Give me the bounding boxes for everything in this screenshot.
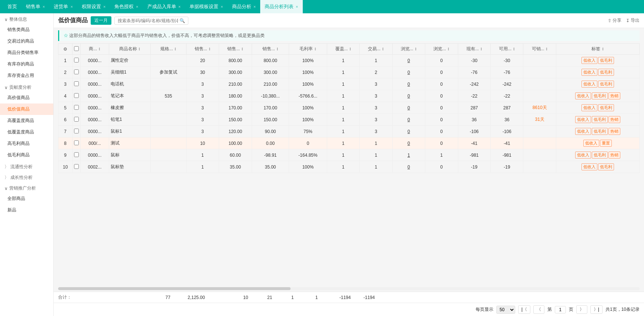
row-checkbox-7[interactable]	[74, 140, 79, 145]
row-browse1[interactable]: 1	[392, 149, 425, 161]
export-button[interactable]: ↧ 导出	[626, 17, 640, 24]
sidebar-group-contribution[interactable]: ∨ 贡献度分析	[0, 81, 53, 92]
col-amount-header[interactable]: 销售... ↕	[252, 44, 289, 55]
row-checkbox-9[interactable]	[74, 164, 79, 169]
row-browse1[interactable]: 0	[392, 55, 425, 67]
nav-home[interactable]: 首页	[3, 0, 21, 13]
col-browse1-header[interactable]: 浏览... ↕	[392, 44, 425, 55]
row-browse1[interactable]: 0	[392, 90, 425, 102]
col-saleable-header[interactable]: 可销... ↕	[523, 44, 556, 55]
col-stock-header[interactable]: 现有... ↕	[458, 44, 490, 55]
horizontal-scrollbar[interactable]	[58, 287, 640, 290]
row-check[interactable]	[72, 126, 80, 137]
row-check[interactable]	[72, 102, 80, 114]
browse1-link[interactable]: 0	[407, 58, 410, 63]
search-input[interactable]	[118, 18, 178, 23]
col-price-header[interactable]: 销售... ↕	[219, 44, 252, 55]
per-page-select[interactable]: 50 100 200	[496, 306, 515, 314]
close-template-icon[interactable]: ×	[221, 4, 223, 9]
row-check[interactable]	[72, 55, 80, 67]
nav-analysis-list[interactable]: 商品分析列表 ×	[260, 0, 302, 13]
next-page-button[interactable]: 〉	[576, 305, 587, 314]
row-check[interactable]	[72, 114, 80, 126]
sidebar-item-high-value[interactable]: 高价值商品	[0, 92, 53, 103]
row-checkbox-8[interactable]	[74, 152, 79, 157]
sidebar-group-marketing[interactable]: ∨ 营销推广分析	[0, 182, 53, 193]
close-sales-icon[interactable]: ×	[43, 4, 45, 9]
nav-product-inbound[interactable]: 产成品入库单 ×	[143, 0, 185, 13]
col-spec-header[interactable]: 规格... ↕	[151, 44, 186, 55]
browse1-link[interactable]: 0	[407, 164, 410, 170]
col-tags-header[interactable]: 标签 ↕	[556, 44, 639, 55]
browse1-link[interactable]: 0	[407, 117, 410, 122]
browse1-link[interactable]: 0	[407, 129, 410, 134]
close-roles-icon[interactable]: ×	[136, 4, 138, 9]
sidebar-item-category-rate[interactable]: 商品分类销售率	[0, 47, 53, 58]
row-browse1[interactable]: 0	[392, 114, 425, 126]
sidebar-item-new-products[interactable]: 新品	[0, 204, 53, 216]
col-margin-header[interactable]: 毛利率 ↕	[289, 44, 327, 55]
sidebar-group-overall[interactable]: ∨ 整体信息	[0, 13, 53, 24]
close-permissions-icon[interactable]: ×	[103, 4, 105, 9]
row-check[interactable]	[72, 149, 80, 161]
sidebar-item-traded-products[interactable]: 交易过的商品	[0, 35, 53, 47]
col-coverage-header[interactable]: 覆盖... ↕	[327, 44, 359, 55]
row-check[interactable]	[72, 78, 80, 90]
browse1-link[interactable]: 0	[407, 94, 410, 99]
row-checkbox-5[interactable]	[74, 117, 79, 122]
row-check[interactable]	[72, 90, 80, 102]
sidebar-item-high-margin[interactable]: 高毛利商品	[0, 138, 53, 149]
sidebar-item-low-margin[interactable]: 低毛利商品	[0, 149, 53, 161]
sidebar-item-low-coverage[interactable]: 低覆盖度商品	[0, 126, 53, 138]
browse1-link[interactable]: 0	[407, 70, 410, 75]
sidebar-item-sales-products[interactable]: 销售类商品	[0, 24, 53, 35]
row-check[interactable]	[72, 67, 80, 78]
close-purchase-icon[interactable]: ×	[70, 4, 73, 9]
row-checkbox-3[interactable]	[74, 93, 79, 98]
nav-template-settings[interactable]: 单据模板设置 ×	[185, 0, 227, 13]
row-browse1[interactable]: 0	[392, 137, 425, 149]
nav-purchase[interactable]: 进货单 ×	[49, 0, 77, 13]
sidebar-item-low-value[interactable]: 低价值商品	[0, 103, 53, 115]
last-page-button[interactable]: 〉|	[590, 305, 603, 314]
row-checkbox-4[interactable]	[74, 105, 79, 110]
col-settings[interactable]: ⚙	[58, 44, 73, 55]
col-qty-header[interactable]: 销售... ↕	[186, 44, 219, 55]
browse1-link[interactable]: 0	[407, 82, 410, 87]
close-product-inbound-icon[interactable]: ×	[178, 4, 181, 9]
sidebar-group-circulation[interactable]: 〉 流通性分析	[0, 161, 53, 171]
sidebar-item-high-coverage[interactable]: 高覆盖度商品	[0, 115, 53, 126]
col-check-all[interactable]	[72, 44, 80, 55]
prev-page-button[interactable]: 〈	[533, 305, 544, 314]
sidebar-item-stock-products[interactable]: 有库存的商品	[0, 58, 53, 70]
row-browse1[interactable]: 0	[392, 78, 425, 90]
row-check[interactable]	[72, 161, 80, 173]
sidebar-item-all-products[interactable]: 全部商品	[0, 193, 53, 204]
browse1-link[interactable]: 1	[407, 153, 410, 158]
row-checkbox-2[interactable]	[74, 81, 79, 86]
col-name-header[interactable]: 商品名称 ↕	[109, 44, 151, 55]
first-page-button[interactable]: |〈	[518, 305, 530, 314]
page-number-input[interactable]	[555, 306, 566, 313]
close-analysis-list-icon[interactable]: ×	[296, 4, 298, 9]
row-browse1[interactable]: 0	[392, 126, 425, 137]
search-icon[interactable]: 🔍	[180, 18, 185, 23]
row-browse1[interactable]: 0	[392, 161, 425, 173]
col-trade-header[interactable]: 交易... ↕	[360, 44, 392, 55]
row-checkbox-1[interactable]	[74, 69, 79, 74]
row-browse1[interactable]: 0	[392, 102, 425, 114]
close-analysis-icon[interactable]: ×	[254, 4, 256, 9]
browse1-link[interactable]: 0	[407, 105, 410, 111]
browse1-link[interactable]: 0	[407, 141, 410, 146]
row-browse1[interactable]: 0	[392, 67, 425, 78]
nav-product-analysis[interactable]: 商品分析 ×	[228, 0, 260, 13]
nav-permissions[interactable]: 权限设置 ×	[77, 0, 110, 13]
share-button[interactable]: ⇧ 分享	[608, 17, 621, 24]
sidebar-group-growth[interactable]: 〉 成长性分析	[0, 171, 53, 182]
scrollbar-thumb[interactable]	[58, 287, 291, 290]
row-checkbox-6[interactable]	[74, 129, 79, 133]
col-code-header[interactable]: 商... ↕	[80, 44, 109, 55]
row-checkbox-0[interactable]	[74, 58, 79, 62]
nav-sales[interactable]: 销售单 ×	[21, 0, 49, 13]
select-all-checkbox[interactable]	[74, 46, 79, 51]
